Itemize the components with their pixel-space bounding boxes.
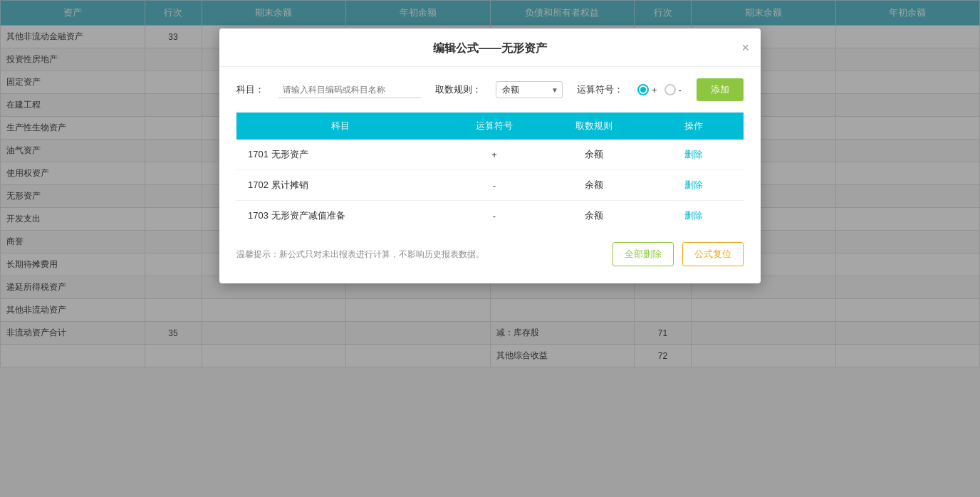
delete-all-button[interactable]: 全部删除 xyxy=(612,242,674,266)
rule-select-wrap: 余额 借方 贷方 借方发生额 贷方发生额 ▼ xyxy=(496,81,563,98)
footer-buttons: 全部删除 公式复位 xyxy=(612,242,744,266)
formula-table: 科目 运算符号 取数规则 操作 1701 无形资产 + 余额 删除 1702 累… xyxy=(236,113,744,231)
formula-subject: 1702 累计摊销 xyxy=(236,170,444,201)
modal-header: 编辑公式——无形资产 × xyxy=(219,28,761,67)
edit-formula-modal: 编辑公式——无形资产 × 科目： 取数规则： 余额 借方 贷方 借方发生额 贷方… xyxy=(219,28,761,283)
formula-action: 删除 xyxy=(644,140,744,170)
delete-row-button[interactable]: 删除 xyxy=(684,179,703,190)
radio-minus-circle xyxy=(664,84,676,95)
radio-minus-label: - xyxy=(679,85,682,95)
form-row: 科目： 取数规则： 余额 借方 贷方 借方发生额 贷方发生额 ▼ 运算符号： xyxy=(219,67,761,113)
formula-subject: 1701 无形资产 xyxy=(236,140,444,170)
radio-minus[interactable]: - xyxy=(664,84,682,95)
formula-rule: 余额 xyxy=(544,170,644,201)
rule-label: 取数规则： xyxy=(435,83,481,96)
radio-plus-inner xyxy=(640,87,646,93)
radio-plus-circle xyxy=(637,84,649,95)
formula-row: 1702 累计摊销 - 余额 删除 xyxy=(236,170,744,201)
delete-row-button[interactable]: 删除 xyxy=(684,210,703,221)
formula-row: 1701 无形资产 + 余额 删除 xyxy=(236,140,744,170)
formula-rule: 余额 xyxy=(544,140,644,170)
operator-label: 运算符号： xyxy=(577,83,623,96)
formula-operator: - xyxy=(444,170,544,201)
add-button[interactable]: 添加 xyxy=(697,78,744,101)
reset-formula-button[interactable]: 公式复位 xyxy=(682,242,744,266)
radio-plus-label: + xyxy=(652,85,657,95)
formula-row: 1703 无形资产减值准备 - 余额 删除 xyxy=(236,201,744,231)
th-action: 操作 xyxy=(644,113,744,140)
formula-action: 删除 xyxy=(644,170,744,201)
operator-radio-group: + - xyxy=(637,84,682,95)
formula-subject: 1703 无形资产减值准备 xyxy=(236,201,444,231)
formula-rule: 余额 xyxy=(544,201,644,231)
formula-action: 删除 xyxy=(644,201,744,231)
modal-footer: 温馨提示：新公式只对未出报表进行计算，不影响历史报表数据。 全部删除 公式复位 xyxy=(219,231,761,266)
modal-overlay: 编辑公式——无形资产 × 科目： 取数规则： 余额 借方 贷方 借方发生额 贷方… xyxy=(0,0,980,497)
subject-label: 科目： xyxy=(236,83,264,96)
subject-input[interactable] xyxy=(278,82,421,98)
th-rule: 取数规则 xyxy=(544,113,644,140)
close-button[interactable]: × xyxy=(741,41,749,54)
modal-title: 编辑公式——无形资产 xyxy=(433,41,547,56)
data-table-wrap: 科目 运算符号 取数规则 操作 1701 无形资产 + 余额 删除 1702 累… xyxy=(219,113,761,231)
delete-row-button[interactable]: 删除 xyxy=(684,149,703,159)
th-operator: 运算符号 xyxy=(444,113,544,140)
hint-text: 温馨提示：新公式只对未出报表进行计算，不影响历史报表数据。 xyxy=(236,248,484,261)
formula-operator: - xyxy=(444,201,544,231)
formula-operator: + xyxy=(444,140,544,170)
radio-plus[interactable]: + xyxy=(637,84,657,95)
th-subject: 科目 xyxy=(236,113,444,140)
rule-select[interactable]: 余额 借方 贷方 借方发生额 贷方发生额 xyxy=(496,81,563,98)
